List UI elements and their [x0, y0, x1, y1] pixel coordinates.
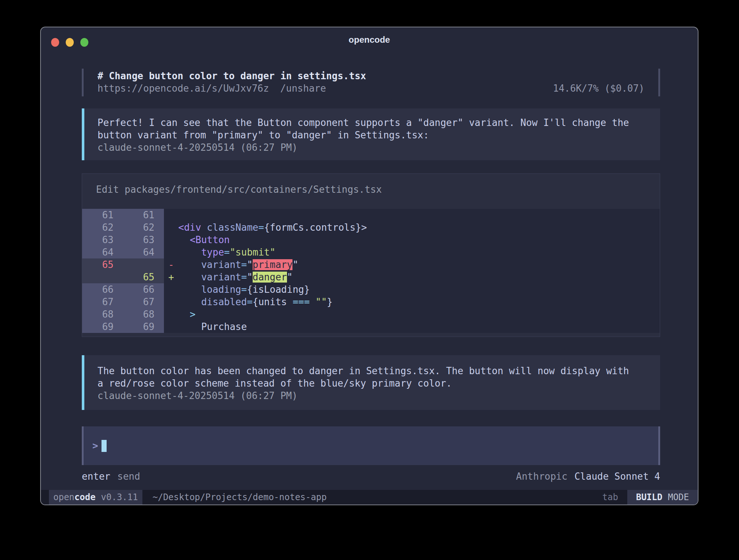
assistant-message: Perfect! I can see that the Button compo…: [82, 108, 660, 160]
code-segment: >: [190, 309, 196, 320]
line-number-old: 61: [82, 209, 123, 221]
diff-row: 6464 type="submit": [82, 246, 660, 258]
code-line: disabled={units === ""}: [164, 296, 660, 308]
code-segment: Purchase: [167, 321, 247, 332]
line-number-new: 65: [123, 271, 164, 283]
line-number-old: 65: [82, 258, 123, 271]
statusbar: opencodev0.3.11 ~/Desktop/Projects/demo-…: [41, 490, 698, 505]
app-name-code: code: [74, 492, 96, 502]
line-number-new: [123, 258, 164, 271]
model-indicator: AnthropicClaude Sonnet 4: [516, 470, 660, 483]
code-segment: loading: [201, 284, 241, 295]
code-segment: {units: [253, 296, 293, 307]
code-segment: [167, 296, 201, 307]
message-text-line: a red/rose color scheme instead of the b…: [97, 377, 646, 390]
code-segment: =: [224, 247, 230, 258]
diff-row: 6262 <div className={formCs.controls}>: [82, 221, 660, 234]
code-segment: [167, 309, 190, 320]
message-text-line: button variant from "primary" to "danger…: [97, 129, 646, 141]
edit-tool-title: Edit packages/frontend/src/containers/Se…: [96, 183, 646, 196]
code-segment: "": [315, 296, 327, 307]
code-segment: variant: [201, 259, 241, 270]
line-number-old: 67: [82, 296, 123, 308]
code-segment: }: [327, 296, 333, 307]
code-segment: [310, 296, 315, 307]
code-line: - variant="primary": [164, 258, 660, 271]
line-number-new: 62: [123, 221, 164, 234]
send-hint: entersend: [82, 470, 140, 483]
header-right-bar: [658, 69, 660, 96]
code-segment: primary: [253, 259, 293, 270]
code-segment: [167, 222, 178, 233]
code-segment: =: [247, 296, 253, 307]
context-stats: 14.6K/7% ($0.07): [553, 82, 644, 95]
code-segment: ===: [292, 296, 310, 307]
diff-marker: -: [168, 258, 174, 271]
prompt-char: >: [92, 440, 98, 451]
diff-row: 6969 Purchase: [82, 321, 660, 333]
unshare-command[interactable]: /unshare: [280, 82, 326, 95]
line-number-new: 69: [123, 321, 164, 333]
prompt-area: >: [82, 426, 660, 465]
message-text-line: Perfect! I can see that the Button compo…: [97, 116, 646, 129]
code-segment: ": [292, 259, 298, 270]
diff-row: 6767 disabled={units === ""}: [82, 296, 660, 308]
diff-row: 6666 loading={isLoading}: [82, 283, 660, 296]
app-name-open: open: [53, 492, 74, 502]
content-column: # Change button color to danger in setti…: [82, 27, 660, 483]
diff-row: 6161: [82, 209, 660, 221]
session-title: # Change button color to danger in setti…: [97, 70, 644, 82]
code-segment: {isLoading}: [247, 284, 310, 295]
code-segment: <div: [178, 222, 201, 233]
provider-name: Anthropic: [516, 471, 567, 482]
diff-view: 61616262 <div className={formCs.controls…: [82, 209, 660, 333]
line-number-new: 67: [123, 296, 164, 308]
mode-toggle-chip[interactable]: BUILDMODE: [627, 490, 698, 505]
line-number-new: 63: [123, 234, 164, 246]
assistant-message: The button color has been changed to dan…: [82, 355, 660, 410]
code-segment: =: [241, 259, 247, 270]
code-segment: variant: [201, 272, 241, 283]
line-number-old: 69: [82, 321, 123, 333]
diff-row: 65+ variant="danger": [82, 271, 660, 283]
message-model-timestamp: claude-sonnet-4-20250514 (06:27 PM): [97, 390, 646, 402]
code-segment: type: [201, 247, 224, 258]
message-accent-bar: [82, 108, 84, 160]
send-hint-key: enter: [82, 471, 110, 482]
message-model-timestamp: claude-sonnet-4-20250514 (06:27 PM): [97, 141, 646, 154]
opencode-window: opencode # Change button color to danger…: [40, 27, 698, 505]
diff-row: 6868 >: [82, 308, 660, 321]
code-segment: [201, 222, 207, 233]
code-line: Purchase: [164, 321, 660, 333]
mode-name: BUILD: [636, 492, 662, 502]
line-number-old: 68: [82, 308, 123, 321]
prompt-right-bar: [658, 426, 660, 465]
code-segment: [167, 247, 201, 258]
edit-tool-block: Edit packages/frontend/src/containers/Se…: [82, 173, 660, 337]
code-segment: [167, 284, 201, 295]
code-segment: =: [241, 272, 247, 283]
code-segment: <Button: [190, 234, 230, 245]
working-directory: ~/Desktop/Projects/demo-notes-app: [153, 490, 327, 505]
line-number-new: 64: [123, 246, 164, 258]
session-header: # Change button color to danger in setti…: [82, 69, 660, 96]
code-segment: ": [287, 272, 293, 283]
code-segment: className: [207, 222, 259, 233]
app-version-chip: opencodev0.3.11: [49, 490, 142, 505]
code-segment: =: [258, 222, 264, 233]
tab-key-hint: tab: [602, 490, 618, 505]
line-number-old: 64: [82, 246, 123, 258]
share-url-link[interactable]: https://opencode.ai/s/UwJxv76z: [97, 82, 269, 95]
code-line: + variant="danger": [164, 271, 660, 283]
diff-row: 6363 <Button: [82, 234, 660, 246]
code-segment: disabled: [201, 296, 247, 307]
message-accent-bar: [82, 355, 84, 410]
line-number-old: 66: [82, 283, 123, 296]
model-name: Claude Sonnet 4: [574, 471, 660, 482]
code-segment: danger: [253, 272, 287, 283]
code-line: <Button: [164, 234, 660, 246]
prompt-input[interactable]: >: [84, 426, 658, 465]
line-number-new: 68: [123, 308, 164, 321]
message-text-line: The button color has been changed to dan…: [97, 365, 646, 377]
code-segment: [167, 234, 190, 245]
